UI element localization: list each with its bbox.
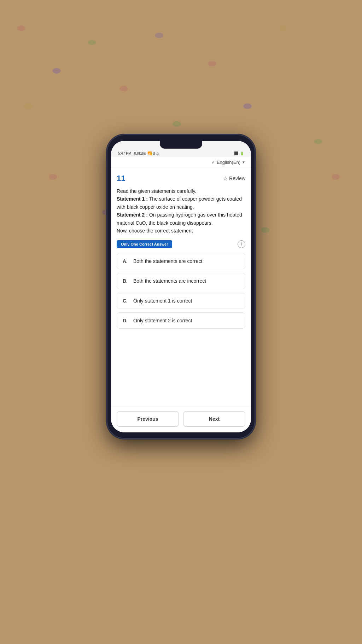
signal-icon: 📶 [147, 151, 152, 155]
previous-button[interactable]: Previous [117, 411, 179, 427]
next-button[interactable]: Next [183, 411, 245, 427]
star-icon: ☆ [223, 175, 228, 182]
navigation-buttons: Previous Next [111, 407, 251, 432]
phone-shell: 5:47 PM 0.0kB/s 📶 d ⚠ ⬛ 🔋 ✓ English [107, 134, 255, 439]
statement2-prefix: Statement 2 : [117, 212, 149, 218]
review-label: Review [229, 176, 245, 181]
review-button[interactable]: ☆ Review [223, 175, 245, 182]
chevron-down-icon: ▼ [242, 160, 245, 164]
question-text: Read the given statements carefully. Sta… [117, 187, 245, 235]
checkmark-icon: ✓ [211, 160, 215, 165]
question-area: 11 ☆ Review Read the given statements ca… [111, 168, 251, 407]
info-icon[interactable]: i [238, 240, 245, 248]
answer-type-badge: Only One Correct Answer [117, 240, 172, 248]
phone-screen: 5:47 PM 0.0kB/s 📶 d ⚠ ⬛ 🔋 ✓ English [111, 141, 251, 432]
option-c-label: C. [123, 298, 128, 304]
wifi-icon: d [153, 151, 155, 155]
status-left: 5:47 PM 0.0kB/s 📶 d ⚠ [118, 151, 159, 155]
option-b-label: B. [123, 278, 128, 284]
option-c[interactable]: C. Only statement 1 is correct [117, 293, 245, 309]
language-selector[interactable]: ✓ English(En) ▼ [211, 160, 245, 165]
question-header: 11 ☆ Review [117, 174, 245, 183]
warning-icon: ⚠ [156, 151, 159, 155]
screen-icon: ⬛ [234, 151, 238, 155]
language-label: English(En) [217, 160, 240, 165]
option-d[interactable]: D. Only statement 2 is correct [117, 312, 245, 329]
statement1-prefix: Statement 1 : [117, 196, 149, 202]
option-b-text: Both the statements are incorrect [133, 278, 239, 284]
option-d-text: Only statement 2 is correct [133, 318, 239, 323]
answer-type-row: Only One Correct Answer i [117, 240, 245, 248]
option-a-text: Both the statements are correct [133, 258, 239, 264]
battery-icon: 🔋 [240, 151, 244, 155]
choose-text: Now, choose the correct statement [117, 228, 193, 234]
time-display: 5:47 PM [118, 151, 131, 155]
network-speed: 0.0kB/s [134, 151, 146, 155]
question-number: 11 [117, 174, 125, 183]
option-b[interactable]: B. Both the statements are incorrect [117, 273, 245, 289]
phone-notch [160, 141, 202, 149]
option-a-label: A. [123, 258, 128, 264]
status-right: ⬛ 🔋 [234, 151, 244, 155]
option-a[interactable]: A. Both the statements are correct [117, 253, 245, 269]
option-c-text: Only statement 1 is correct [133, 298, 239, 304]
language-bar: ✓ English(En) ▼ [111, 157, 251, 168]
question-intro: Read the given statements carefully. [117, 188, 196, 194]
options-list: A. Both the statements are correct B. Bo… [117, 253, 245, 333]
info-symbol: i [241, 242, 242, 247]
app-content: ✓ English(En) ▼ 11 ☆ Review [111, 157, 251, 432]
option-d-label: D. [123, 318, 128, 323]
phone-device: 5:47 PM 0.0kB/s 📶 d ⚠ ⬛ 🔋 ✓ English [107, 134, 255, 439]
